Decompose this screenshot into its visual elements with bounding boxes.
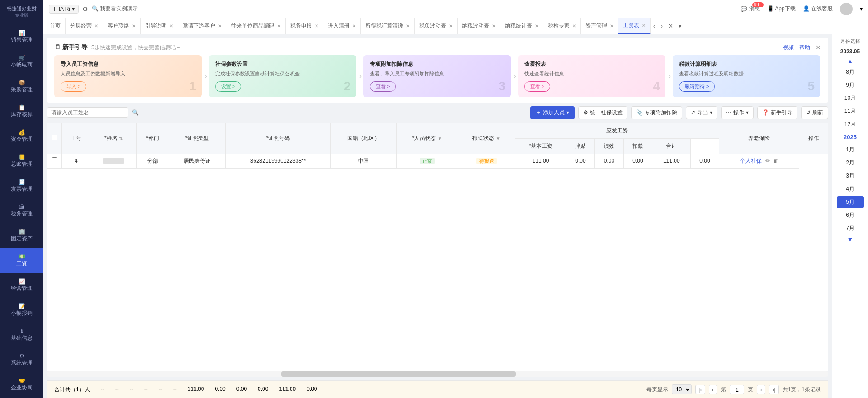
- month-item-8[interactable]: 8月: [837, 66, 864, 78]
- tab-taxexpert[interactable]: 税检专家 ✕: [543, 18, 581, 34]
- per-page-select[interactable]: 10 20 50: [672, 384, 692, 394]
- month-item-2[interactable]: 2月: [837, 157, 864, 169]
- add-employee-button[interactable]: ＋ 添加人员 ▾: [530, 106, 575, 119]
- export-button[interactable]: ↗ 导出 ▾: [686, 106, 717, 119]
- tab-prev-btn[interactable]: ‹: [651, 18, 658, 34]
- sidebar-item-assets[interactable]: 🏢 固定资产: [0, 223, 43, 248]
- tab-home[interactable]: 首页: [45, 18, 66, 34]
- step5-btn[interactable]: 敬请期待 >: [679, 81, 715, 92]
- month-item-6[interactable]: 6月: [837, 209, 864, 221]
- tab-asset-mgmt[interactable]: 资产管理 ✕: [581, 18, 618, 34]
- sidebar-item-system[interactable]: ⚙ 系统管理: [0, 347, 43, 372]
- tab-layered-close[interactable]: ✕: [94, 23, 98, 28]
- tab-clearance-close[interactable]: ✕: [352, 23, 356, 28]
- tab-next-btn[interactable]: ›: [658, 18, 665, 34]
- tab-taxpay-close[interactable]: ✕: [492, 23, 495, 28]
- row-checkbox[interactable]: [52, 157, 57, 163]
- tab-income-tax[interactable]: 所得税汇算清缴 ✕: [361, 18, 415, 34]
- action-personal-social[interactable]: 个人社保: [740, 158, 762, 164]
- sidebar-item-base[interactable]: ℹ 基础信息: [0, 323, 43, 347]
- action-delete-icon[interactable]: 🗑: [773, 158, 778, 164]
- unified-social-security-btn[interactable]: ⚙ 统一社保设置: [578, 106, 627, 119]
- topbar-gear-icon[interactable]: ⚙: [82, 5, 88, 13]
- page-number-input[interactable]: [730, 385, 744, 394]
- step1-btn[interactable]: 导入 >: [61, 81, 86, 92]
- sidebar-item-invoice[interactable]: 🧾 发票管理: [0, 173, 43, 198]
- app-download-button[interactable]: 📱 App下载: [767, 5, 796, 13]
- guide-help-btn[interactable]: 帮助: [799, 44, 810, 52]
- sidebar-item-ecommerce[interactable]: 🛒 小畅电商: [0, 49, 43, 74]
- tab-layered[interactable]: 分层经营 ✕: [66, 18, 103, 34]
- month-item-9[interactable]: 9月: [837, 79, 864, 91]
- page-first-btn[interactable]: |‹: [695, 385, 705, 394]
- tab-taxstat[interactable]: 纳税统计表 ✕: [500, 18, 543, 34]
- sidebar-item-collab[interactable]: 🤝 企业协同: [0, 372, 43, 397]
- sidebar-item-wage[interactable]: 💵 工资: [0, 248, 43, 273]
- user-menu[interactable]: ▾: [860, 6, 863, 12]
- tab-product-code[interactable]: 往来单位商品编码 ✕: [226, 18, 286, 34]
- sidebar-item-ledger[interactable]: 📒 总账管理: [0, 149, 43, 173]
- tab-invite[interactable]: 邀请下游客户 ✕: [178, 18, 226, 34]
- account-selector[interactable]: THA Ri ▾: [49, 5, 79, 14]
- special-deduction-btn[interactable]: 📎 专项附加扣除: [631, 106, 682, 119]
- demo-link[interactable]: 🔍 我要看实例演示: [92, 5, 138, 13]
- th-name[interactable]: *姓名 ⇅: [90, 123, 137, 154]
- th-status[interactable]: *人员状态 ▼: [396, 123, 458, 154]
- tab-taxstat-close[interactable]: ✕: [535, 23, 538, 28]
- user-avatar[interactable]: [840, 3, 853, 15]
- month-item-12[interactable]: 12月: [837, 118, 864, 131]
- month-item-1[interactable]: 1月: [837, 144, 864, 156]
- tab-product-code-close[interactable]: ✕: [277, 23, 281, 28]
- step3-btn[interactable]: 查看 >: [370, 81, 396, 92]
- refresh-button[interactable]: ↺ 刷新: [801, 106, 828, 119]
- tab-guide[interactable]: 引导说明 ✕: [141, 18, 178, 34]
- month-item-5[interactable]: 5月: [837, 196, 864, 208]
- tab-income-tax-close[interactable]: ✕: [406, 23, 410, 28]
- tab-client-close[interactable]: ✕: [132, 23, 136, 28]
- tab-asset-mgmt-close[interactable]: ✕: [610, 23, 613, 28]
- sidebar-item-inventory[interactable]: 📋 库存核算: [0, 99, 43, 124]
- tab-wage[interactable]: 工资表 ✕: [618, 18, 651, 34]
- th-report-status[interactable]: 报送状态 ▼: [458, 123, 515, 154]
- tab-client[interactable]: 客户联络 ✕: [103, 18, 141, 34]
- tab-close-all-btn[interactable]: ✕: [665, 18, 676, 34]
- action-edit-icon[interactable]: ✏: [765, 158, 770, 164]
- month-nav-down[interactable]: ▼: [844, 235, 857, 244]
- step2-btn[interactable]: 设置 >: [215, 81, 241, 92]
- page-next-btn[interactable]: ›: [757, 385, 765, 394]
- tab-wage-close[interactable]: ✕: [642, 23, 646, 28]
- tab-tax-report-close[interactable]: ✕: [315, 23, 318, 28]
- message-button[interactable]: 💬 消息 99+: [741, 5, 760, 13]
- month-nav-up[interactable]: ▲: [844, 56, 857, 66]
- month-item-4[interactable]: 4月: [837, 183, 864, 195]
- tab-tax-report[interactable]: 税务申报 ✕: [286, 18, 323, 34]
- tab-invite-close[interactable]: ✕: [218, 23, 222, 28]
- select-all-checkbox[interactable]: [52, 135, 57, 140]
- tab-menu-btn[interactable]: ▾: [676, 18, 684, 34]
- guide-close-btn[interactable]: ✕: [816, 44, 821, 51]
- sidebar-item-sales[interactable]: 📊 销售管理: [0, 24, 43, 49]
- tab-taxpay[interactable]: 纳税波动表 ✕: [458, 18, 500, 34]
- tab-clearance[interactable]: 进入清册 ✕: [323, 18, 361, 34]
- tab-guide-close[interactable]: ✕: [170, 23, 173, 28]
- sidebar-item-purchase[interactable]: 📦 采购管理: [0, 74, 43, 99]
- sidebar-item-expense[interactable]: 📝 小畅报销: [0, 298, 43, 323]
- search-icon[interactable]: 🔍: [132, 109, 139, 116]
- month-item-3[interactable]: 3月: [837, 170, 864, 182]
- table-scrollbar[interactable]: [47, 371, 828, 377]
- online-support-button[interactable]: 👤 在线客服: [803, 5, 833, 13]
- month-item-10[interactable]: 10月: [837, 92, 864, 104]
- employee-search-input[interactable]: [47, 107, 128, 118]
- tab-tax-burden-close[interactable]: ✕: [449, 23, 453, 28]
- sidebar-item-tax[interactable]: 🏛 税务管理: [0, 198, 43, 223]
- page-last-btn[interactable]: ›|: [769, 385, 779, 394]
- operation-button[interactable]: ⋯ 操作 ▾: [721, 106, 754, 119]
- month-item-11[interactable]: 11月: [837, 105, 864, 117]
- newguide-button[interactable]: ❓ 新手引导: [757, 106, 797, 119]
- month-item-7[interactable]: 7月: [837, 222, 864, 234]
- page-prev-btn[interactable]: ‹: [709, 385, 717, 394]
- step4-btn[interactable]: 查看 >: [524, 81, 550, 92]
- tab-taxexpert-close[interactable]: ✕: [572, 23, 576, 28]
- tab-tax-burden[interactable]: 税负波动表 ✕: [415, 18, 458, 34]
- sidebar-item-operation[interactable]: 📈 经营管理: [0, 273, 43, 298]
